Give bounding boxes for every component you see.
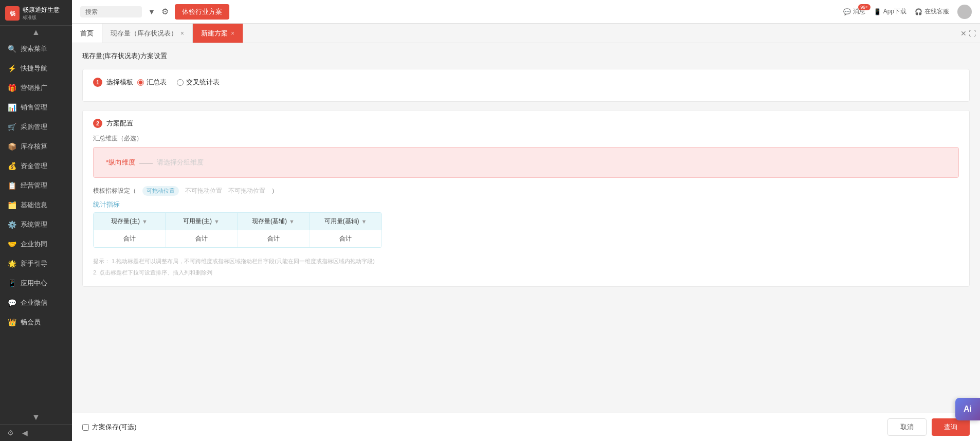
tab-inventory[interactable]: 现存量（库存状况表） × (102, 24, 193, 43)
sidebar-item-label: 系统管理 (21, 220, 47, 229)
radio-cross-label[interactable]: 交叉统计表 (177, 78, 220, 87)
settings-icon[interactable]: ⚙ (7, 429, 14, 437)
stats-cell-1: 合计 (166, 230, 238, 247)
radio-summary-label[interactable]: 汇总表 (137, 78, 167, 87)
template-radio-group: 汇总表 交叉统计表 (137, 78, 220, 87)
col-1-label: 可用量(主) (183, 217, 212, 226)
sidebar-item-operations[interactable]: 📋 经营管理 (0, 176, 72, 195)
sidebar-item-label: 采购管理 (21, 122, 47, 132)
col-0-dropdown[interactable]: ▼ (142, 218, 148, 225)
audio-icon[interactable]: ◀ (22, 429, 28, 437)
sales-icon: 📊 (7, 103, 16, 112)
sidebar-item-system[interactable]: ⚙️ 系统管理 (0, 215, 72, 234)
tabbar: 首页 现存量（库存状况表） × 新建方案 × ✕ ⛶ (72, 24, 980, 43)
content-area: 现存量(库存状况表)方案设置 1 选择模板 汇总表 交叉统计表 (72, 43, 980, 413)
topbar-message[interactable]: 💬 消息 99+ (843, 7, 865, 16)
message-icon: 💬 (843, 8, 851, 15)
sidebar-scroll-down-btn[interactable]: ▼ (0, 411, 72, 424)
col-0-label: 现存量(主) (111, 217, 140, 226)
member-icon: 👑 (7, 318, 16, 327)
stats-section-title: 统计指标 (93, 200, 959, 209)
footer-actions: 取消 查询 (887, 418, 970, 436)
window-expand-btn[interactable]: ⛶ (969, 29, 976, 38)
sidebar-item-app-center[interactable]: 📱 应用中心 (0, 273, 72, 293)
col-3-dropdown[interactable]: ▼ (361, 218, 367, 225)
app-name: 畅康通好生意 (23, 6, 60, 14)
sidebar-nav: 🔍 搜索菜单 ⚡ 快捷导航 🎁 营销推广 📊 销售管理 🛒 采购管理 📦 库存核… (0, 39, 72, 411)
col-2-label: 现存量(基辅) (252, 217, 287, 226)
save-checkbox-label[interactable]: 方案保存(可选) (82, 422, 137, 432)
user-avatar[interactable] (957, 5, 972, 19)
sidebar-item-label: 销售管理 (21, 103, 47, 112)
save-checkbox[interactable] (82, 424, 89, 431)
topbar-app-download[interactable]: 📱 App下载 (874, 7, 906, 16)
dim-group-label: 汇总维度（必选） (93, 134, 959, 143)
radio-cross-text: 交叉统计表 (186, 78, 220, 87)
topbar: ▼ ⚙ 体验行业方案 💬 消息 99+ 📱 App下载 🎧 在线客服 (72, 0, 980, 24)
sidebar-item-newbie[interactable]: 🌟 新手引导 (0, 254, 72, 273)
tab-inventory-close[interactable]: × (180, 30, 184, 37)
radio-cross[interactable] (177, 79, 184, 86)
col-2-dropdown[interactable]: ▼ (289, 218, 295, 225)
non-draggable-label: 不可拖动位置 (185, 187, 222, 195)
sidebar-item-label: 基础信息 (21, 200, 47, 210)
sidebar-item-cooperation[interactable]: 🤝 企业协同 (0, 234, 72, 254)
dim-required-label: *纵向维度 (106, 158, 135, 167)
section2-header: 2 方案配置 (93, 119, 959, 128)
tab-home-label: 首页 (80, 29, 94, 38)
sidebar-item-quick-nav[interactable]: ⚡ 快捷导航 (0, 59, 72, 78)
service-icon: 🎧 (915, 8, 922, 15)
trial-industry-btn[interactable]: 体验行业方案 (175, 4, 229, 20)
sidebar-scroll-up-btn[interactable]: ▲ (0, 26, 72, 39)
sidebar-item-sales[interactable]: 📊 销售管理 (0, 98, 72, 117)
section2-title: 方案配置 (106, 119, 133, 128)
topbar-dropdown-btn[interactable]: ▼ (148, 8, 155, 16)
sidebar-item-marketing[interactable]: 🎁 营销推广 (0, 78, 72, 98)
cancel-button[interactable]: 取消 (887, 418, 927, 436)
app-download-icon: 📱 (874, 8, 881, 15)
stats-table-header: 现存量(主) ▼ 可用量(主) ▼ 现存量(基辅) ▼ 可用量(基辅) ▼ (94, 213, 382, 230)
tip-line1: 提示： 1.拖动标题栏可以调整布局，不可跨维度或指标区域拖动栏目字段(只能在同一… (93, 255, 959, 267)
app-logo: 畅 畅康通好生意 标准版 (0, 0, 72, 26)
tab-home[interactable]: 首页 (72, 24, 102, 43)
app-center-icon: 📱 (7, 279, 16, 288)
section2-number: 2 (93, 119, 102, 128)
sidebar-item-member[interactable]: 👑 畅会员 (0, 313, 72, 332)
window-close-btn[interactable]: ✕ (960, 29, 967, 38)
radio-summary[interactable] (137, 79, 144, 86)
section1-title: 选择模板 (106, 78, 133, 87)
quick-nav-icon: ⚡ (7, 64, 16, 73)
sidebar-item-search-menu[interactable]: 🔍 搜索菜单 (0, 39, 72, 59)
sidebar-item-label: 企业微信 (21, 298, 47, 307)
logo-text-block: 畅康通好生意 标准版 (23, 6, 60, 21)
stats-table-row: 合计 合计 合计 合计 (94, 230, 382, 247)
stats-cell-0: 合计 (94, 230, 166, 247)
non-draggable-text: 不可拖动位置 (228, 187, 265, 195)
tab-new-scheme-close[interactable]: × (231, 30, 234, 37)
ai-floating-badge[interactable]: Ai (955, 398, 980, 420)
topbar-search-input[interactable] (80, 6, 142, 17)
confirm-query-button[interactable]: 查询 (932, 418, 970, 436)
sidebar-item-inventory[interactable]: 📦 库存核算 (0, 137, 72, 156)
indicator-header: 模板指标设定（ 可拖动位置 不可拖动位置 不可拖动位置 ） (93, 186, 959, 196)
section1-header: 1 选择模板 汇总表 交叉统计表 (93, 78, 959, 87)
section-scheme-config: 2 方案配置 汇总维度（必选） *纵向维度 —— 请选择分组维度 模板指标设定（… (82, 110, 970, 287)
topbar-online-service[interactable]: 🎧 在线客服 (915, 7, 949, 16)
app-download-label: App下载 (883, 7, 906, 16)
topbar-gear-btn[interactable]: ⚙ (161, 7, 169, 16)
marketing-icon: 🎁 (7, 83, 16, 93)
dim-required-box: *纵向维度 —— 请选择分组维度 (93, 147, 959, 178)
sidebar-item-label: 营销推广 (21, 83, 47, 93)
page-title: 现存量(库存状况表)方案设置 (82, 51, 970, 61)
sidebar-item-finance[interactable]: 💰 资金管理 (0, 156, 72, 176)
dim-placeholder[interactable]: 请选择分组维度 (157, 158, 204, 167)
sidebar-item-label: 新手引导 (21, 259, 47, 268)
sidebar-item-label: 资金管理 (21, 161, 47, 171)
system-icon: ⚙️ (7, 220, 16, 229)
sidebar-item-wechat[interactable]: 💬 企业微信 (0, 293, 72, 313)
sidebar-item-basic-info[interactable]: 🗂️ 基础信息 (0, 195, 72, 215)
col-1-dropdown[interactable]: ▼ (214, 218, 220, 225)
tab-new-scheme[interactable]: 新建方案 × (193, 24, 243, 43)
sidebar-item-purchase[interactable]: 🛒 采购管理 (0, 117, 72, 137)
dim-dash: —— (139, 159, 153, 167)
